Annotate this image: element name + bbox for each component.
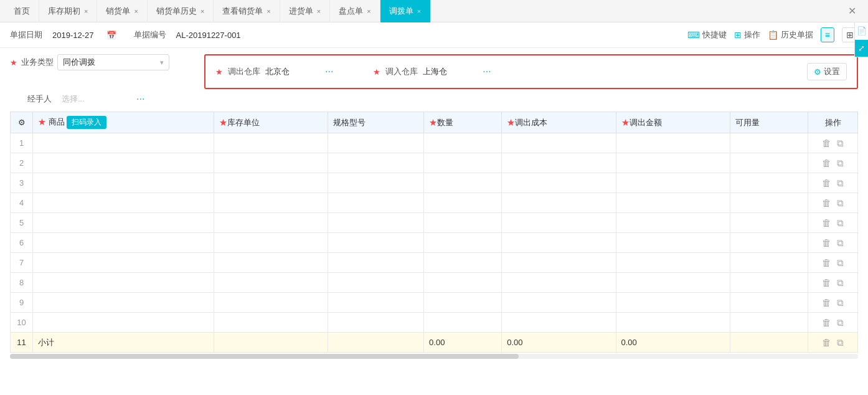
tab-sales-history[interactable]: 销货单历史 ×: [148, 0, 214, 22]
cell-product[interactable]: [33, 253, 214, 273]
shortcut-button[interactable]: ⌨ 快捷键: [687, 29, 727, 40]
cell-product[interactable]: [33, 293, 214, 313]
cell-amount[interactable]: [616, 253, 730, 273]
cell-product[interactable]: [33, 233, 214, 253]
tab-stocktake-close[interactable]: ×: [367, 7, 370, 15]
cell-qty[interactable]: [424, 173, 502, 193]
cell-amount[interactable]: [616, 173, 730, 193]
cell-cost[interactable]: [502, 153, 616, 173]
copy-icon[interactable]: ⧉: [837, 138, 844, 148]
cell-cost[interactable]: 0.00: [502, 333, 616, 353]
cell-unit[interactable]: [214, 133, 328, 153]
copy-icon[interactable]: ⧉: [837, 158, 844, 168]
tab-sales-order-close[interactable]: ×: [134, 7, 138, 15]
cell-product[interactable]: [33, 313, 214, 333]
cell-available[interactable]: [730, 173, 808, 193]
tab-inventory-init[interactable]: 库存期初 ×: [39, 0, 97, 22]
cell-qty[interactable]: [424, 133, 502, 153]
cell-cost[interactable]: [502, 173, 616, 193]
cell-unit[interactable]: [214, 293, 328, 313]
tab-purchase[interactable]: 进货单 ×: [280, 0, 330, 22]
cell-cost[interactable]: [502, 133, 616, 153]
tab-home[interactable]: 首页: [5, 0, 39, 22]
cell-cost[interactable]: [502, 193, 616, 213]
cell-available[interactable]: [730, 313, 808, 333]
list-view-button[interactable]: ≡: [821, 27, 834, 42]
copy-icon[interactable]: ⧉: [837, 178, 844, 188]
delete-icon[interactable]: 🗑: [822, 217, 831, 228]
cell-qty[interactable]: [424, 313, 502, 333]
cell-amount[interactable]: [616, 153, 730, 173]
col-gear[interactable]: ⚙: [11, 112, 33, 133]
cell-qty[interactable]: [424, 233, 502, 253]
cell-available[interactable]: [730, 153, 808, 173]
delete-icon[interactable]: 🗑: [822, 277, 831, 288]
tab-stocktake[interactable]: 盘点单 ×: [330, 0, 380, 22]
cell-available[interactable]: [730, 213, 808, 233]
operation-button[interactable]: ⊞ 操作: [734, 29, 760, 40]
tab-sales-order[interactable]: 销货单 ×: [97, 0, 147, 22]
delete-icon[interactable]: 🗑: [822, 237, 831, 248]
cell-spec[interactable]: [328, 193, 423, 213]
set-button[interactable]: ⚙ 设置: [807, 63, 847, 80]
copy-icon[interactable]: ⧉: [837, 297, 844, 308]
copy-icon[interactable]: ⧉: [837, 217, 844, 228]
cell-product[interactable]: [33, 273, 214, 293]
cell-unit[interactable]: [214, 173, 328, 193]
delete-icon[interactable]: 🗑: [822, 178, 831, 188]
h-scrollbar[interactable]: [10, 354, 858, 359]
cell-qty[interactable]: [424, 293, 502, 313]
cell-unit[interactable]: [214, 193, 328, 213]
cell-available[interactable]: [730, 193, 808, 213]
cell-available[interactable]: [730, 133, 808, 153]
cell-unit[interactable]: [214, 273, 328, 293]
window-close-button[interactable]: ✕: [841, 0, 863, 22]
cell-spec[interactable]: [328, 233, 423, 253]
cell-spec[interactable]: [328, 273, 423, 293]
delete-icon[interactable]: 🗑: [822, 138, 831, 148]
history-button[interactable]: 📋 历史单据: [768, 29, 813, 40]
delete-icon[interactable]: 🗑: [822, 198, 831, 208]
cell-amount[interactable]: [616, 233, 730, 253]
cell-spec[interactable]: [328, 213, 423, 233]
scan-button[interactable]: 扫码录入: [67, 116, 106, 129]
biz-type-select[interactable]: 同价调拨 ▾: [57, 54, 169, 70]
cell-amount[interactable]: [616, 293, 730, 313]
delete-icon[interactable]: 🗑: [822, 257, 831, 268]
tab-view-sales[interactable]: 查看销货单 ×: [214, 0, 280, 22]
delete-icon[interactable]: 🗑: [822, 158, 831, 168]
cell-cost[interactable]: [502, 293, 616, 313]
target-warehouse-more[interactable]: ···: [483, 66, 491, 77]
cell-product[interactable]: [33, 193, 214, 213]
cell-available[interactable]: [730, 333, 808, 353]
cell-amount[interactable]: [616, 273, 730, 293]
copy-icon[interactable]: ⧉: [837, 257, 844, 268]
copy-icon[interactable]: ⧉: [837, 317, 844, 328]
operator-more[interactable]: ···: [136, 93, 144, 105]
tab-sales-history-close[interactable]: ×: [200, 7, 204, 15]
copy-icon[interactable]: ⧉: [837, 337, 844, 348]
side-doc-icon[interactable]: 📄: [855, 22, 869, 40]
cell-qty[interactable]: [424, 253, 502, 273]
tab-inventory-init-close[interactable]: ×: [84, 7, 88, 15]
cell-spec[interactable]: [328, 293, 423, 313]
calendar-icon[interactable]: 📅: [106, 31, 116, 40]
delete-icon[interactable]: 🗑: [822, 297, 831, 308]
cell-qty[interactable]: [424, 213, 502, 233]
cell-amount[interactable]: [616, 313, 730, 333]
cell-cost[interactable]: [502, 233, 616, 253]
tab-view-sales-close[interactable]: ×: [267, 7, 270, 15]
cell-available[interactable]: [730, 293, 808, 313]
cell-unit[interactable]: [214, 333, 328, 353]
side-expand-icon[interactable]: ⤢: [855, 40, 869, 57]
delete-icon[interactable]: 🗑: [822, 317, 831, 328]
cell-product[interactable]: [33, 153, 214, 173]
cell-amount[interactable]: [616, 193, 730, 213]
cell-product[interactable]: [33, 133, 214, 153]
tab-transfer-close[interactable]: ×: [417, 7, 421, 15]
cell-spec[interactable]: [328, 333, 423, 353]
cell-cost[interactable]: [502, 313, 616, 333]
cell-amount[interactable]: 0.00: [616, 333, 730, 353]
cell-spec[interactable]: [328, 173, 423, 193]
copy-icon[interactable]: ⧉: [837, 277, 844, 288]
